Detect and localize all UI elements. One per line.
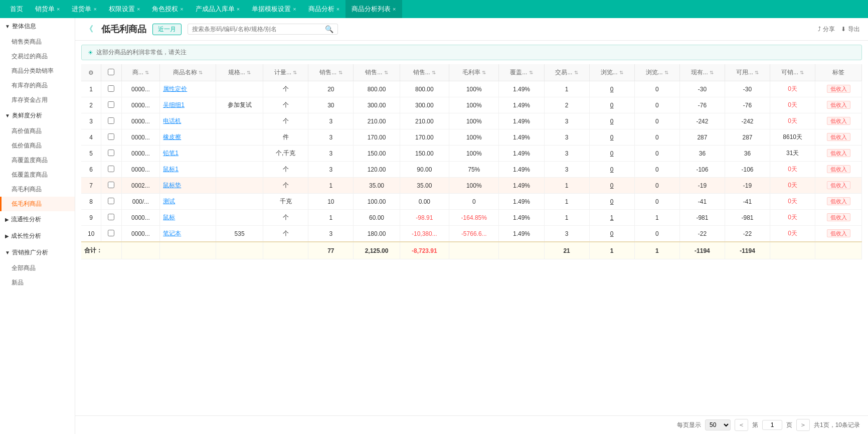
nav-product-warehouse[interactable]: 产成品入库单 × — [190, 0, 246, 18]
sidebar-item-sales-goods[interactable]: 销售类商品 — [0, 35, 75, 49]
sidebar-item-high-margin[interactable]: 高毛利商品 — [0, 182, 75, 197]
sidebar-collapse-button[interactable]: 《 — [83, 24, 95, 35]
col-transaction[interactable]: 交易... ⇅ — [544, 64, 589, 81]
row-browse1[interactable]: 0 — [589, 113, 634, 129]
close-icon[interactable]: × — [93, 6, 96, 12]
row-select-checkbox[interactable] — [108, 230, 114, 236]
row-checkbox[interactable] — [101, 146, 121, 162]
per-page-select[interactable]: 50 20 100 — [705, 419, 731, 430]
sidebar-section-liquidity[interactable]: ▶ 流通性分析 — [0, 211, 75, 228]
col-available[interactable]: 可用... ⇅ — [725, 64, 770, 81]
sidebar-item-low-coverage[interactable]: 低覆盖度商品 — [0, 168, 75, 182]
row-name[interactable]: 橡皮擦 — [160, 129, 216, 146]
sidebar-item-low-margin[interactable]: 低毛利商品 — [0, 197, 75, 211]
row-select-checkbox[interactable] — [108, 214, 114, 220]
col-unit[interactable]: 计量... ⇅ — [263, 64, 308, 81]
col-gross-margin[interactable]: 毛利率 ⇅ — [449, 64, 499, 81]
row-name[interactable]: 吴细细1 — [160, 97, 216, 113]
sidebar-item-high-coverage[interactable]: 高覆盖度商品 — [0, 153, 75, 168]
sidebar-item-inventory-capital[interactable]: 库存资金占用 — [0, 93, 75, 107]
sidebar-item-low-value[interactable]: 低价值商品 — [0, 138, 75, 153]
col-settings[interactable]: ⚙ — [81, 64, 101, 81]
row-checkbox[interactable] — [101, 97, 121, 113]
col-spec[interactable]: 规格... ⇅ — [216, 64, 263, 81]
row-browse1[interactable]: 0 — [589, 97, 634, 113]
row-select-checkbox[interactable] — [108, 166, 114, 172]
row-browse1[interactable]: 0 — [589, 129, 634, 146]
close-icon[interactable]: × — [180, 6, 183, 12]
row-checkbox[interactable] — [101, 178, 121, 194]
row-name[interactable]: 属性定价 — [160, 81, 216, 97]
sidebar-section-freshness[interactable]: ▼ 奥鲜度分析 — [0, 107, 75, 124]
sidebar-item-stocked-goods[interactable]: 有库存的商品 — [0, 78, 75, 93]
row-browse1[interactable]: 1 — [589, 210, 634, 226]
row-name[interactable]: 电话机 — [160, 113, 216, 129]
close-icon[interactable]: × — [393, 6, 396, 12]
row-checkbox[interactable] — [101, 226, 121, 242]
row-select-checkbox[interactable] — [108, 117, 114, 124]
row-browse1[interactable]: 0 — [589, 162, 634, 178]
close-icon[interactable]: × — [336, 6, 339, 12]
filter-recent-month-button[interactable]: 近一月 — [152, 24, 182, 35]
col-sales-amount[interactable]: 销售... ⇅ — [400, 64, 449, 81]
sidebar-item-all-goods[interactable]: 全部商品 — [0, 261, 75, 275]
row-checkbox[interactable] — [101, 129, 121, 146]
prev-page-button[interactable]: ＜ — [735, 419, 748, 431]
row-select-checkbox[interactable] — [108, 85, 114, 92]
nav-sales-order[interactable]: 销货单 × — [29, 0, 66, 18]
share-button[interactable]: ⤴ 分享 — [818, 25, 835, 34]
nav-home[interactable]: 首页 — [4, 0, 29, 18]
sidebar-item-new-goods[interactable]: 新品 — [0, 275, 75, 290]
row-name[interactable]: 鼠标 — [160, 210, 216, 226]
row-checkbox[interactable] — [101, 194, 121, 210]
col-browse1[interactable]: 浏览... ⇅ — [589, 64, 634, 81]
row-name[interactable]: 笔记本 — [160, 226, 216, 242]
col-name[interactable]: 商品名称 ⇅ — [160, 64, 216, 81]
close-icon[interactable]: × — [237, 6, 240, 12]
row-browse1[interactable]: 0 — [589, 194, 634, 210]
row-browse1[interactable]: 0 — [589, 81, 634, 97]
nav-role-auth[interactable]: 角色授权 × — [146, 0, 189, 18]
col-sales-price[interactable]: 销售... ⇅ — [354, 64, 400, 81]
row-browse1[interactable]: 0 — [589, 226, 634, 242]
nav-product-analysis[interactable]: 商品分析 × — [302, 0, 345, 18]
close-icon[interactable]: × — [57, 6, 60, 12]
nav-product-analysis-list[interactable]: 商品分析列表 × — [345, 0, 402, 18]
next-page-button[interactable]: ＞ — [796, 419, 810, 431]
sidebar-item-high-value[interactable]: 高价值商品 — [0, 124, 75, 138]
row-browse1[interactable]: 0 — [589, 146, 634, 162]
select-all-checkbox[interactable] — [108, 69, 114, 75]
col-checkbox[interactable] — [101, 64, 121, 81]
row-name[interactable]: 鼠标垫 — [160, 178, 216, 194]
col-tag[interactable]: 标签 — [815, 64, 862, 81]
sidebar-item-traded-goods[interactable]: 交易过的商品 — [0, 49, 75, 64]
col-sales-qty[interactable]: 销售... ⇅ — [308, 64, 354, 81]
nav-purchase-order[interactable]: 进货单 × — [66, 0, 102, 18]
row-checkbox[interactable] — [101, 81, 121, 97]
row-browse1[interactable]: 0 — [589, 178, 634, 194]
search-input[interactable] — [192, 26, 325, 33]
row-name[interactable]: 铅笔1 — [160, 146, 216, 162]
nav-template-settings[interactable]: 单据模板设置 × — [246, 0, 302, 18]
row-select-checkbox[interactable] — [108, 150, 114, 156]
row-select-checkbox[interactable] — [108, 101, 114, 108]
close-icon[interactable]: × — [293, 6, 296, 12]
row-select-checkbox[interactable] — [108, 182, 114, 188]
close-icon[interactable]: × — [137, 6, 140, 12]
col-sellable[interactable]: 可销... ⇅ — [770, 64, 815, 81]
page-number-input[interactable] — [762, 420, 782, 430]
col-browse2[interactable]: 浏览... ⇅ — [634, 64, 679, 81]
row-checkbox[interactable] — [101, 210, 121, 226]
search-icon[interactable]: 🔍 — [325, 25, 333, 33]
row-name[interactable]: 鼠标1 — [160, 162, 216, 178]
nav-permission-settings[interactable]: 权限设置 × — [103, 0, 146, 18]
col-coverage[interactable]: 覆盖... ⇅ — [499, 64, 544, 81]
sidebar-item-category-rate[interactable]: 商品分类助销率 — [0, 64, 75, 78]
row-select-checkbox[interactable] — [108, 198, 114, 204]
row-select-checkbox[interactable] — [108, 133, 114, 140]
sidebar-section-marketing[interactable]: ▼ 营销推广分析 — [0, 244, 75, 261]
sidebar-section-overall[interactable]: ▼ 整体信息 — [0, 18, 75, 35]
row-name[interactable]: 测试 — [160, 194, 216, 210]
export-button[interactable]: ⬇ 导出 — [841, 25, 860, 34]
row-checkbox[interactable] — [101, 113, 121, 129]
